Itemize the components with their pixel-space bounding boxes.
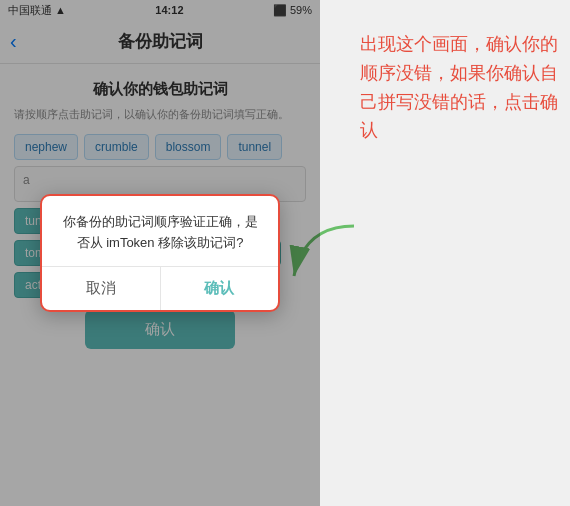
dialog-message: 你备份的助记词顺序验证正确，是否从 imToken 移除该助记词? — [42, 196, 278, 266]
annotation-panel: 出现这个画面，确认你的顺序没错，如果你确认自己拼写没错的话，点击确认 — [320, 0, 570, 506]
annotation-text: 出现这个画面，确认你的顺序没错，如果你确认自己拼写没错的话，点击确认 — [360, 30, 560, 145]
phone-frame: 中国联通 ▲ 14:12 ⬛ 59% ‹ 备份助记词 确认你的钱包助记词 请按顺… — [0, 0, 320, 506]
dialog-buttons: 取消 确认 — [42, 267, 278, 310]
dialog-box: 你备份的助记词顺序验证正确，是否从 imToken 移除该助记词? 取消 确认 — [40, 194, 280, 312]
dialog-confirm-button[interactable]: 确认 — [160, 267, 279, 310]
dialog-overlay: 你备份的助记词顺序验证正确，是否从 imToken 移除该助记词? 取消 确认 — [0, 0, 320, 506]
dialog-cancel-button[interactable]: 取消 — [42, 267, 160, 310]
